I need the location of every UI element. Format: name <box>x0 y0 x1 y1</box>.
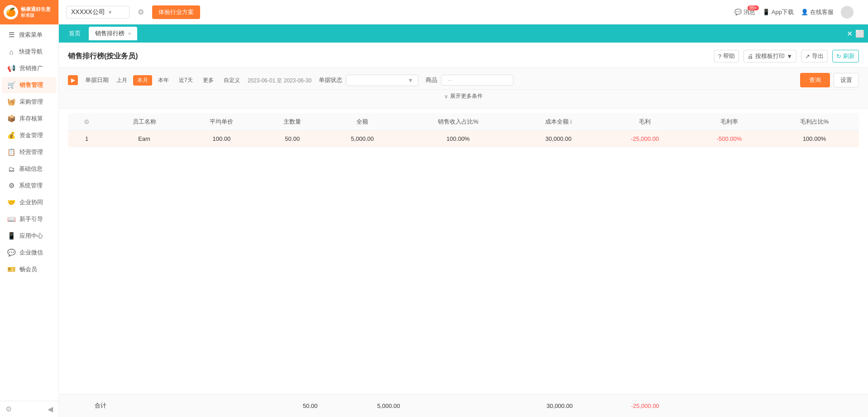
sidebar-item-guide[interactable]: 📖新手引导 <box>2 211 57 227</box>
sidebar-item-operations[interactable]: 📋经营管理 <box>2 144 57 160</box>
date-btn-本月[interactable]: 本月 <box>133 75 152 86</box>
sidebar-item-label-system: 系统管理 <box>19 182 43 190</box>
sidebar-collapse-icon[interactable]: ◀ <box>48 405 53 413</box>
sidebar-item-label-basic: 基础信息 <box>19 165 43 173</box>
app-download-button[interactable]: 📱 App下载 <box>762 8 794 16</box>
table-area: ⚙员工名称平均单价主数量全额销售收入占比%成本全额 ℹ毛利毛利率毛利占比% 1E… <box>59 109 868 152</box>
sidebar-item-label-operations: 经营管理 <box>19 148 43 156</box>
tab-home[interactable]: 首页 <box>62 27 87 40</box>
page-content: 销售排行榜(按业务员) ? 帮助 🖨 按模板打印 ▼ ↗ 导出 <box>59 43 868 417</box>
sidebar-item-inventory[interactable]: 📦库存核算 <box>2 110 57 127</box>
date-btn-本年[interactable]: 本年 <box>154 75 173 86</box>
tab-maximize-icon[interactable]: ⬜ <box>855 29 864 38</box>
goods-select[interactable]: ··· <box>441 75 513 86</box>
sidebar-item-search[interactable]: ☰搜索菜单 <box>2 27 57 43</box>
total-gross-rate <box>688 398 773 413</box>
col-header-7: 毛利 <box>601 113 689 131</box>
app-download-label: App下载 <box>772 8 794 16</box>
table-settings-icon[interactable]: ⚙ <box>84 118 90 125</box>
sidebar-item-label-sales: 销售管理 <box>19 81 43 89</box>
inventory-icon: 📦 <box>7 115 16 123</box>
purchase-icon: 🧺 <box>7 98 16 106</box>
refresh-button[interactable]: ↻ 刷新 <box>832 50 859 62</box>
query-button[interactable]: 查询 <box>800 73 830 87</box>
sidebar-item-basic[interactable]: 🗂基础信息 <box>2 161 57 177</box>
goods-more-icon[interactable]: ··· <box>448 77 452 83</box>
cell-0-9: 100.00% <box>770 131 859 147</box>
sidebar-item-finance[interactable]: 💰资金管理 <box>2 127 57 144</box>
col-header-1: 员工名称 <box>106 113 183 131</box>
print-button[interactable]: 🖨 按模板打印 ▼ <box>743 50 796 62</box>
date-btn-更多[interactable]: 更多 <box>199 75 218 86</box>
cell-0-7: -25,000.00 <box>601 131 689 147</box>
print-icon: 🖨 <box>748 53 753 60</box>
sidebar-item-member[interactable]: 🎫畅会员 <box>2 261 57 278</box>
top-bar-right: 💬 消息 99+ 📱 App下载 👤 在线客服 <box>734 6 861 19</box>
top-bar: XXXXX公司 ▼ ⚙ 体验行业方案 💬 消息 99+ 📱 App下载 👤 在线… <box>59 0 868 24</box>
print-label: 按模板打印 <box>755 52 785 60</box>
export-button[interactable]: ↗ 导出 <box>801 50 828 62</box>
cell-0-8: -500.00% <box>689 131 770 147</box>
tab-close-window-icon[interactable]: ✕ <box>847 29 853 38</box>
sidebar-item-system[interactable]: ⚙系统管理 <box>2 177 57 194</box>
message-button[interactable]: 💬 消息 99+ <box>734 8 755 16</box>
print-chevron-icon: ▼ <box>786 53 792 60</box>
tab-bar: 首页 销售排行榜 × ✕ ⬜ <box>59 24 868 43</box>
cell-0-3: 50.00 <box>260 131 325 147</box>
system-icon: ⚙ <box>7 182 15 190</box>
total-gross-pct <box>773 398 859 413</box>
sidebar-settings-icon[interactable]: ⚙ <box>5 405 12 413</box>
sidebar-item-enterprise[interactable]: 🤝企业协同 <box>2 194 57 211</box>
total-amount: 5,000.00 <box>346 398 432 413</box>
help-button[interactable]: ? 帮助 <box>714 50 739 62</box>
date-btn-自定义[interactable]: 自定义 <box>220 75 244 86</box>
date-btn-近7天[interactable]: 近7天 <box>175 75 197 86</box>
settings-button[interactable]: 设置 <box>834 73 859 87</box>
status-select[interactable]: ▼ <box>346 75 418 86</box>
sidebar-item-apps[interactable]: 📱应用中心 <box>2 228 57 244</box>
table-row: 1Eam100.0050.005,000.00100.00%30,000.00-… <box>68 131 859 147</box>
sidebar-item-sales[interactable]: 🛒销售管理 <box>2 77 57 93</box>
app-logo: 🍊 畅康通好生意 标准版 <box>0 0 58 24</box>
total-qty: 50.00 <box>274 398 345 413</box>
shortcut-icon: ⌂ <box>7 48 15 56</box>
company-selector[interactable]: XXXXX公司 ▼ <box>66 6 129 19</box>
tab-sales-ranking[interactable]: 销售排行榜 × <box>89 27 137 40</box>
col-header-2: 平均单价 <box>183 113 260 131</box>
online-service-icon: 👤 <box>801 9 808 15</box>
sidebar-item-wechat[interactable]: 💬企业微信 <box>2 244 57 261</box>
status-filter-label: 单据状态 <box>319 76 342 84</box>
page-inner: 销售排行榜(按业务员) ? 帮助 🖨 按模板打印 ▼ ↗ 导出 <box>59 43 868 417</box>
date-button-group: 上月本月本年近7天更多自定义 <box>112 75 244 86</box>
header-settings-icon[interactable]: ⚙ <box>134 5 148 19</box>
total-label: 合计 <box>89 398 203 413</box>
sidebar-item-purchase[interactable]: 🧺采购管理 <box>2 94 57 110</box>
total-sales-pct <box>432 398 517 413</box>
expand-more-button[interactable]: ∨ 展开更多条件 <box>68 89 859 103</box>
col-header-8: 毛利率 <box>689 113 770 131</box>
industry-button[interactable]: 体验行业方案 <box>152 5 200 19</box>
tab-sales-ranking-label: 销售排行榜 <box>95 29 125 38</box>
expand-arrow-button[interactable]: ▶ <box>68 75 78 85</box>
action-buttons: 查询 设置 <box>800 73 859 87</box>
expand-label: 展开更多条件 <box>450 92 483 100</box>
total-gross: -25,000.00 <box>602 398 688 413</box>
col-header-9: 毛利占比% <box>770 113 859 131</box>
date-btn-上月[interactable]: 上月 <box>112 75 131 86</box>
member-icon: 🎫 <box>7 265 16 273</box>
tab-home-label: 首页 <box>69 29 81 38</box>
date-range-display: 2023-06-01 至 2023-06-30 <box>248 77 312 85</box>
sidebar-item-marketing[interactable]: 📢营销推广 <box>2 60 57 77</box>
main-area: XXXXX公司 ▼ ⚙ 体验行业方案 💬 消息 99+ 📱 App下载 👤 在线… <box>59 0 868 417</box>
sidebar-item-shortcut[interactable]: ⌂快捷导航 <box>2 43 57 60</box>
online-service-button[interactable]: 👤 在线客服 <box>801 8 834 16</box>
cost-info-icon[interactable]: ℹ <box>570 119 572 125</box>
sidebar-item-label-member: 畅会员 <box>19 265 37 273</box>
sidebar-bottom: ⚙ ◀ <box>0 401 58 417</box>
help-icon: ? <box>718 53 721 60</box>
company-name: XXXXX公司 <box>71 8 105 16</box>
help-label: 帮助 <box>723 52 735 60</box>
sidebar-item-label-finance: 资金管理 <box>19 131 43 139</box>
filter-status-item: 单据状态 ▼ <box>319 75 418 86</box>
tab-close-icon[interactable]: × <box>128 31 131 36</box>
